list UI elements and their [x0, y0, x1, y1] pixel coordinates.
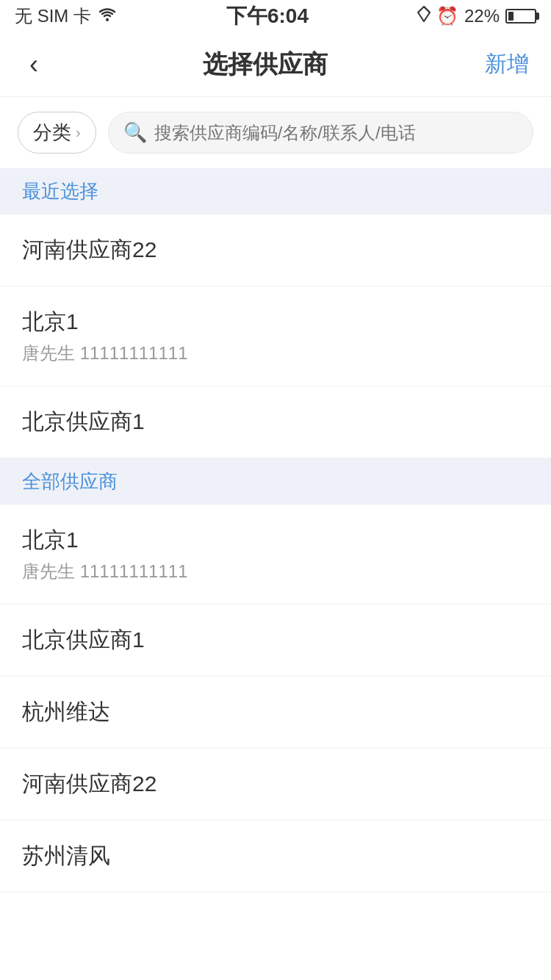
all-list: 北京1 唐先生 11111111111 北京供应商1 杭州维达 河南供应商22 … — [0, 505, 551, 893]
item-sub: 唐先生 11111111111 — [22, 342, 529, 365]
list-item[interactable]: 河南供应商22 — [0, 215, 551, 287]
status-right: ⏰ 22% — [417, 6, 536, 26]
filter-bar: 分类 › 🔍 — [0, 97, 551, 168]
item-name: 苏州清风 — [22, 841, 529, 871]
page-title: 选择供应商 — [203, 48, 328, 82]
item-name: 北京供应商1 — [22, 407, 529, 437]
item-name: 北京供应商1 — [22, 625, 529, 655]
list-item[interactable]: 杭州维达 — [0, 677, 551, 749]
list-item[interactable]: 北京供应商1 — [0, 386, 551, 458]
item-name: 河南供应商22 — [22, 235, 529, 265]
item-name: 杭州维达 — [22, 697, 529, 727]
category-label: 分类 — [33, 120, 71, 145]
list-item[interactable]: 北京1 唐先生 11111111111 — [0, 287, 551, 386]
list-item[interactable]: 北京供应商1 — [0, 605, 551, 677]
battery-percent: 22% — [464, 6, 500, 26]
svg-point-0 — [106, 18, 109, 21]
add-button[interactable]: 新增 — [485, 49, 529, 79]
recent-section-header: 最近选择 — [0, 168, 551, 215]
alarm-icon: ⏰ — [436, 6, 458, 26]
item-name: 北京1 — [22, 525, 529, 555]
chevron-right-icon: › — [76, 124, 81, 141]
recent-section-label: 最近选择 — [22, 180, 98, 202]
nav-bar: ‹ 选择供应商 新增 — [0, 32, 551, 97]
item-sub: 唐先生 11111111111 — [22, 560, 529, 583]
back-button[interactable]: ‹ — [22, 42, 46, 87]
list-item[interactable]: 河南供应商22 — [0, 749, 551, 821]
search-box: 🔍 — [108, 112, 533, 154]
status-bar: 无 SIM 卡 下午6:04 ⏰ 22% — [0, 0, 551, 32]
item-name: 河南供应商22 — [22, 769, 529, 799]
search-input[interactable] — [154, 123, 518, 143]
all-section-header: 全部供应商 — [0, 458, 551, 505]
wifi-icon — [97, 6, 118, 26]
battery-icon — [505, 9, 536, 24]
item-name: 北京1 — [22, 307, 529, 337]
status-left: 无 SIM 卡 — [15, 4, 118, 28]
all-section-label: 全部供应商 — [22, 470, 118, 492]
location-icon — [417, 6, 431, 26]
no-sim-text: 无 SIM 卡 — [15, 4, 91, 28]
list-item[interactable]: 苏州清风 — [0, 821, 551, 893]
list-item[interactable]: 北京1 唐先生 11111111111 — [0, 505, 551, 605]
search-icon: 🔍 — [123, 121, 147, 144]
recent-list: 河南供应商22 北京1 唐先生 11111111111 北京供应商1 — [0, 215, 551, 458]
category-button[interactable]: 分类 › — [18, 112, 96, 154]
status-time: 下午6:04 — [226, 2, 309, 30]
